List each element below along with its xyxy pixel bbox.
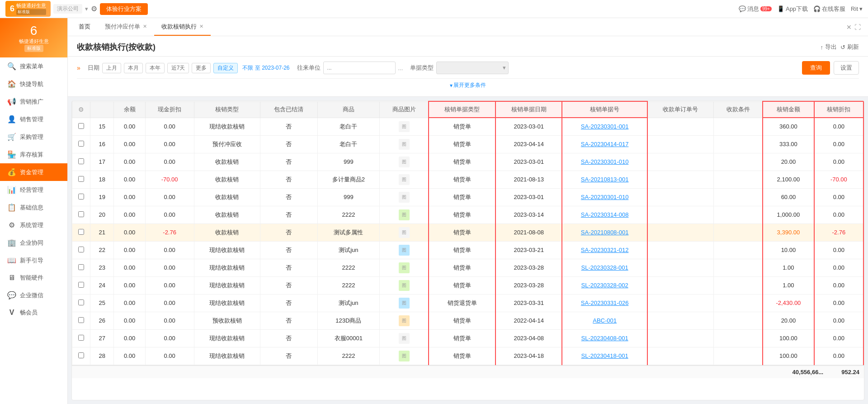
sidebar-item-finance[interactable]: 💰 资金管理 [0, 163, 67, 181]
sidebar-item-purchase[interactable]: 🛒 采购管理 [0, 128, 67, 146]
sidebar-item-hardware[interactable]: 🖥 智能硬件 [0, 269, 67, 286]
query-button[interactable]: 查询 [802, 61, 830, 75]
cell-checkbox[interactable] [72, 294, 90, 312]
export-button[interactable]: ↑ 导出 [821, 43, 837, 51]
industry-btn[interactable]: 体验行业方案 [100, 3, 148, 15]
tab-receipt-close[interactable]: ✕ [199, 24, 203, 29]
table-settings-icon[interactable]: ⚙ [78, 106, 84, 113]
cell-verify-bill-no[interactable]: SA-20230414-017 [562, 135, 647, 153]
tab-receipt[interactable]: 收款核销执行 ✕ [154, 18, 211, 36]
refresh-button[interactable]: ↺ 刷新 [840, 43, 859, 51]
purchase-icon: 🛒 [7, 133, 16, 141]
cell-checkbox[interactable] [72, 241, 90, 259]
online-service[interactable]: 🎧 在线客服 [813, 5, 845, 13]
message-badge: 99+ [760, 6, 772, 11]
tab-fullscreen[interactable]: ⛶ [854, 24, 861, 31]
message-icon[interactable]: 💬 消息 99+ [739, 5, 772, 13]
col-receipt-condition: 收款条件 [714, 101, 763, 118]
cell-include-settled: 否 [260, 294, 317, 312]
cell-verify-bill-no[interactable]: SA-20230301-010 [562, 153, 647, 171]
sidebar-item-marketing[interactable]: 📢 营销推广 [0, 93, 67, 110]
cell-verify-bill-no[interactable]: SL-20230418-001 [562, 347, 647, 365]
cell-verify-type: 现结收款核销 [194, 329, 260, 347]
cell-checkbox[interactable] [72, 171, 90, 188]
cell-checkbox[interactable] [72, 118, 90, 135]
cell-verify-type: 现结收款核销 [194, 347, 260, 365]
date-this-year[interactable]: 本年 [146, 63, 165, 73]
cell-verify-bill-no[interactable]: SA-20230301-001 [562, 118, 647, 135]
cell-verify-bill-no[interactable]: ABC-001 [562, 312, 647, 329]
date-last-month[interactable]: 上月 [102, 63, 121, 73]
user-name[interactable]: Rit ▾ [851, 5, 863, 12]
date-7days[interactable]: 近7天 [167, 63, 189, 73]
cell-receipt-condition [714, 135, 763, 153]
logo-area: 6 畅捷通好生意 标准版 [5, 1, 51, 16]
col-settings[interactable]: ⚙ [72, 101, 90, 118]
tab-prepay[interactable]: 预付冲应付单 ✕ [98, 18, 154, 36]
sidebar-item-sales[interactable]: 👤 销售管理 [0, 110, 67, 128]
cell-verify-bill-no[interactable]: SA-20210808-001 [562, 223, 647, 241]
cell-checkbox[interactable] [72, 276, 90, 294]
sidebar-item-inventory[interactable]: 🏪 库存核算 [0, 146, 67, 163]
cell-checkbox[interactable] [72, 259, 90, 276]
cell-verify-bill-no[interactable]: SA-20230301-010 [562, 188, 647, 206]
cell-receipt-order-no [647, 135, 714, 153]
cell-include-settled: 否 [260, 241, 317, 259]
cell-verify-bill-no[interactable]: SL-20230328-002 [562, 276, 647, 294]
cell-checkbox[interactable] [72, 312, 90, 329]
sidebar-item-system[interactable]: ⚙ 系统管理 [0, 216, 67, 234]
expand-conditions-btn[interactable]: ▾ 展开更多条件 [450, 81, 486, 89]
cell-checkbox[interactable] [72, 153, 90, 171]
footer-total-amount: 40,556,66... [793, 369, 824, 375]
sidebar-item-shortcut[interactable]: 🏠 快捷导航 [0, 75, 67, 93]
date-more[interactable]: 更多 [192, 63, 211, 73]
cell-receipt-condition [714, 153, 763, 171]
cell-verify-bill-no[interactable]: SL-20230408-001 [562, 329, 647, 347]
cell-row-no: 19 [90, 188, 114, 206]
refresh-label: 刷新 [847, 43, 859, 51]
settings-button[interactable]: 设置 [834, 61, 859, 75]
tab-home[interactable]: 首页 [71, 18, 98, 36]
cell-verify-type: 现结收款核销 [194, 259, 260, 276]
cell-verify-bill-date: 2021-08-08 [495, 223, 562, 241]
cell-checkbox[interactable] [72, 188, 90, 206]
cell-verify-bill-no[interactable]: SA-20210813-001 [562, 171, 647, 188]
cell-verify-bill-no[interactable]: SA-20230321-012 [562, 241, 647, 259]
tab-close-all[interactable]: ✕ [846, 24, 852, 31]
table-row: 24 0.00 0.00 现结收款核销 否 2222 图 销货单 2023-03… [72, 276, 864, 294]
filter-expand-arrow[interactable]: » [77, 64, 80, 71]
cell-verify-bill-type: 销货单 [429, 118, 495, 135]
sidebar-item-enterprise[interactable]: 🏢 企业协同 [0, 234, 67, 252]
cell-verify-bill-no[interactable]: SA-20230314-008 [562, 206, 647, 223]
cell-checkbox[interactable] [72, 329, 90, 347]
cell-cash-discount: 0.00 [145, 259, 194, 276]
dropdown-icon[interactable]: ▾ [85, 5, 88, 12]
sidebar-item-wechat[interactable]: 💬 企业微信 [0, 286, 67, 304]
cell-checkbox[interactable] [72, 206, 90, 223]
sidebar-item-guide-label: 新手引导 [20, 257, 43, 265]
tab-prepay-close[interactable]: ✕ [143, 24, 147, 29]
counterpart-input[interactable] [323, 62, 396, 74]
app-download[interactable]: 📱 App下载 [777, 5, 808, 13]
sidebar-item-basic[interactable]: 📋 基础信息 [0, 199, 67, 216]
cell-verify-discount: 0.00 [814, 153, 863, 171]
date-custom[interactable]: 自定义 [213, 63, 238, 73]
table-row: 17 0.00 0.00 收款核销 否 999 图 销货单 2023-03-01… [72, 153, 864, 171]
gear-icon[interactable]: ⚙ [91, 5, 97, 13]
enterprise-icon: 🏢 [7, 238, 16, 247]
cell-checkbox[interactable] [72, 223, 90, 241]
cell-checkbox[interactable] [72, 347, 90, 365]
cell-verify-bill-type: 销货单 [429, 171, 495, 188]
voucher-type-select[interactable] [436, 62, 509, 74]
cell-verify-bill-no[interactable]: SA-20230331-026 [562, 294, 647, 312]
sidebar-item-search[interactable]: 🔍 搜索菜单 [0, 57, 67, 75]
sidebar-item-guide[interactable]: 📖 新手引导 [0, 252, 67, 269]
sidebar-item-vip[interactable]: V 畅会员 [0, 304, 67, 321]
cell-checkbox[interactable] [72, 135, 90, 153]
sidebar-item-operation[interactable]: 📊 经营管理 [0, 181, 67, 199]
cell-verify-bill-no[interactable]: SL-20230328-001 [562, 259, 647, 276]
cell-verify-type: 现结收款核销 [194, 118, 260, 135]
date-this-month[interactable]: 本月 [124, 63, 143, 73]
cell-verify-type: 预付冲应收 [194, 135, 260, 153]
cell-verify-type: 收款核销 [194, 153, 260, 171]
